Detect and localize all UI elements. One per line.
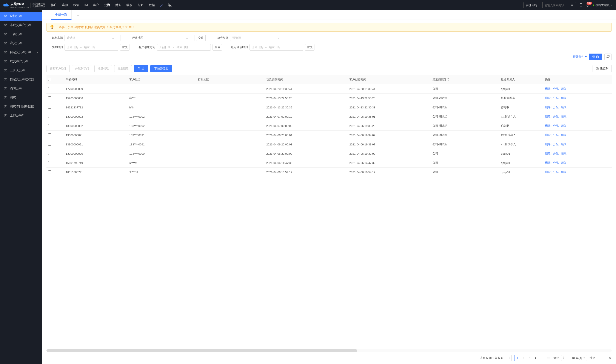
- op-delete[interactable]: 删除: [545, 143, 551, 146]
- pager-page-5[interactable]: 5: [538, 355, 544, 361]
- sidebar-item-5[interactable]: 成交客户公海: [0, 57, 42, 66]
- op-delete[interactable]: 删除: [545, 96, 551, 100]
- op-claim[interactable]: 领取: [561, 152, 566, 155]
- op-claim[interactable]: 领取: [561, 143, 566, 146]
- pager-next[interactable]: 〉: [561, 355, 567, 361]
- expand-filters-link[interactable]: 展开条件: [573, 55, 587, 59]
- filter-create-time-range[interactable]: 开始日期~结束日期: [157, 44, 211, 51]
- op-delete[interactable]: 删除: [545, 106, 551, 109]
- pager-prev[interactable]: 〈: [506, 355, 512, 361]
- row-checkbox[interactable]: [48, 143, 51, 146]
- export-btn[interactable]: 导 出: [134, 65, 148, 72]
- op-delete[interactable]: 删除: [545, 152, 551, 155]
- sidebar-item-3[interactable]: 注安公海: [0, 39, 42, 48]
- row-checkbox[interactable]: [48, 170, 51, 173]
- phone-icon[interactable]: [168, 3, 172, 7]
- op-assign[interactable]: 分配: [553, 161, 559, 164]
- sidebar-item-10[interactable]: 测试昨日回库数据: [0, 102, 42, 111]
- assign-manager-btn[interactable]: 分配客户经理: [46, 65, 70, 72]
- nav-item-4[interactable]: 客户: [92, 2, 99, 8]
- row-checkbox[interactable]: [48, 133, 51, 136]
- op-claim[interactable]: 领取: [561, 96, 566, 100]
- filter-call-time-empty[interactable]: 空值: [305, 44, 314, 51]
- refresh-btn[interactable]: [604, 53, 612, 60]
- filter-create-time-empty[interactable]: 空值: [213, 44, 222, 51]
- filter-abandon-time-empty[interactable]: 空值: [120, 44, 129, 51]
- op-claim[interactable]: 领取: [561, 115, 566, 118]
- nav-item-3[interactable]: IM: [84, 2, 88, 8]
- filter-source-select[interactable]: 请选择⌄: [64, 35, 120, 41]
- pager-jump-input[interactable]: [598, 355, 606, 361]
- filter-abandon-time-range[interactable]: 开始日期~结束日期: [64, 44, 118, 51]
- sidebar-item-6[interactable]: 五月天公海: [0, 66, 42, 75]
- search-type-select[interactable]: 手机号码: [524, 2, 543, 8]
- pager-last[interactable]: 6882: [552, 355, 559, 361]
- user-add-icon[interactable]: [160, 3, 164, 7]
- op-assign[interactable]: 分配: [553, 133, 559, 137]
- op-assign[interactable]: 分配: [553, 115, 559, 118]
- filter-abandon-type-select[interactable]: 请选择⌄: [230, 35, 286, 41]
- row-checkbox[interactable]: [48, 115, 51, 118]
- notification-bell[interactable]: 99+: [586, 3, 590, 8]
- export-plain-btn[interactable]: 不加密导出: [150, 65, 172, 72]
- filter-region-select[interactable]: ⌄: [145, 35, 194, 41]
- batch-claim-btn[interactable]: 批量领取: [94, 65, 112, 72]
- row-checkbox[interactable]: [48, 87, 51, 90]
- nav-item-8[interactable]: 报名: [137, 2, 144, 8]
- row-checkbox[interactable]: [48, 161, 51, 164]
- nav-item-7[interactable]: 学服: [126, 2, 133, 8]
- sidebar-item-1[interactable]: 非成交客户公海: [0, 21, 42, 30]
- op-delete[interactable]: 删除: [545, 170, 551, 174]
- op-delete[interactable]: 删除: [545, 124, 551, 127]
- pager-page-2[interactable]: 2: [520, 355, 526, 361]
- tab-add[interactable]: ＋: [72, 13, 84, 18]
- filter-region-empty[interactable]: 空值: [196, 35, 206, 41]
- op-delete[interactable]: 删除: [545, 161, 551, 164]
- pager-size-select[interactable]: 10 条/页: [570, 355, 587, 361]
- search-button[interactable]: [568, 2, 576, 8]
- op-claim[interactable]: 领取: [561, 87, 566, 90]
- op-assign[interactable]: 分配: [553, 143, 559, 146]
- sidebar-item-0[interactable]: 全部公海: [0, 12, 42, 21]
- sidebar-item-4[interactable]: 自定义公海分组: [0, 48, 42, 57]
- op-assign[interactable]: 分配: [553, 106, 559, 109]
- search-input[interactable]: [543, 2, 568, 8]
- op-claim[interactable]: 领取: [561, 170, 566, 174]
- search-btn[interactable]: 查 询: [589, 53, 602, 60]
- row-checkbox[interactable]: [48, 124, 51, 127]
- op-delete[interactable]: 删除: [545, 133, 551, 137]
- nav-item-0[interactable]: 推广: [51, 2, 57, 8]
- nav-item-1[interactable]: 客服: [62, 2, 69, 8]
- column-setting-btn[interactable]: 设置列: [592, 65, 612, 72]
- select-all-checkbox[interactable]: [48, 78, 51, 81]
- op-claim[interactable]: 领取: [561, 106, 566, 109]
- tab-active[interactable]: 全部公海: [51, 10, 72, 20]
- nav-item-6[interactable]: 财务: [115, 2, 122, 8]
- pager-page-1[interactable]: 1: [514, 355, 520, 361]
- nav-item-2[interactable]: 线索: [73, 2, 80, 8]
- tablet-icon[interactable]: [579, 3, 583, 7]
- op-assign[interactable]: 分配: [553, 87, 559, 90]
- pager-page-3[interactable]: 3: [526, 355, 532, 361]
- nav-item-9[interactable]: 数据: [148, 2, 155, 8]
- batch-delete-btn[interactable]: 批量删除: [114, 65, 132, 72]
- row-checkbox[interactable]: [48, 96, 51, 99]
- nav-item-5[interactable]: 公海: [104, 2, 111, 8]
- op-assign[interactable]: 分配: [553, 152, 559, 155]
- op-claim[interactable]: 领取: [561, 133, 566, 137]
- assign-dept-btn[interactable]: 分配到部门: [72, 65, 92, 72]
- pager-page-4[interactable]: 4: [532, 355, 538, 361]
- op-delete[interactable]: 删除: [545, 115, 551, 118]
- row-checkbox[interactable]: [48, 152, 51, 155]
- row-checkbox[interactable]: [48, 106, 51, 109]
- op-claim[interactable]: 领取: [561, 161, 566, 164]
- sidebar-item-8[interactable]: 消防公海: [0, 84, 42, 93]
- horizontal-scrollbar[interactable]: [46, 349, 612, 352]
- sidebar-item-7[interactable]: 自定义公海过滤器: [0, 75, 42, 84]
- scrollbar-thumb[interactable]: [46, 349, 357, 352]
- op-assign[interactable]: 分配: [553, 96, 559, 100]
- sidebar-item-2[interactable]: 二咨公海: [0, 30, 42, 39]
- op-delete[interactable]: 删除: [545, 87, 551, 90]
- sidebar-item-11[interactable]: 全部公海2: [0, 111, 42, 120]
- op-claim[interactable]: 领取: [561, 124, 566, 127]
